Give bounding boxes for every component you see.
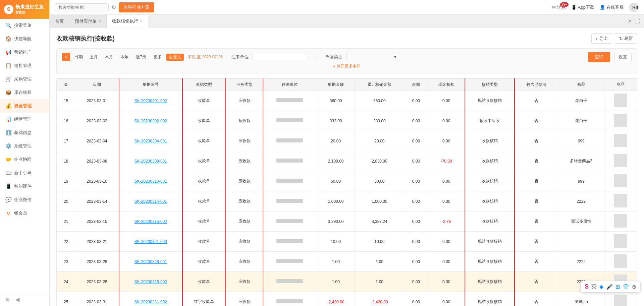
- cell-code[interactable]: SK-20230308-001: [119, 151, 182, 171]
- cell-total-write: 1.00: [355, 252, 404, 272]
- cell-biz: 应收款: [226, 272, 263, 292]
- cell-amount: 1.00: [317, 272, 355, 292]
- settings-icon[interactable]: ⚙: [5, 296, 10, 303]
- cell-amount: 1.00: [317, 252, 355, 272]
- cell-total-write: 20.00: [355, 131, 404, 151]
- message-button[interactable]: ✉ 消息 99+: [552, 4, 566, 10]
- floating-grid-icon[interactable]: ⊞: [615, 284, 620, 290]
- tab-expand-icon[interactable]: ⛶: [635, 18, 640, 24]
- sidebar-item-sales[interactable]: 📋 销售管理: [0, 59, 49, 72]
- app-download-button[interactable]: 📱 App下载: [571, 4, 594, 10]
- cell-balance: 0.00: [404, 191, 428, 211]
- export-icon: ↑: [596, 36, 598, 41]
- filter-last-month[interactable]: 上月: [87, 54, 100, 61]
- sidebar-item-beginner[interactable]: 📖 新手引导: [0, 166, 49, 180]
- sidebar-item-purchase[interactable]: 🛒 采购管理: [0, 72, 49, 86]
- filter-this-year[interactable]: 本年: [118, 54, 131, 61]
- data-table: ⚙ 日期 单据编号 单据类型 业务类型 往来单位 单据金额 累计核销金额 余额 …: [57, 78, 637, 306]
- col-type: 单据类型: [182, 79, 226, 91]
- filter-custom-button[interactable]: 自定义: [166, 54, 184, 61]
- floating-dot-icon[interactable]: ◆: [599, 284, 603, 290]
- cell-total-write: 10.00: [355, 232, 404, 252]
- search-input[interactable]: [55, 3, 109, 11]
- tab-prepay-close[interactable]: ×: [99, 19, 101, 24]
- gear-icon[interactable]: ⚙: [111, 4, 116, 10]
- chevron-down-icon: ▼: [393, 55, 397, 59]
- cell-code[interactable]: SK-20230304-001: [119, 131, 182, 151]
- tab-collection-close[interactable]: ×: [140, 19, 143, 23]
- sidebar-item-sys[interactable]: ⚙️ 系统管理: [0, 139, 49, 153]
- user-avatar[interactable]: Rit: [629, 3, 639, 12]
- tab-home[interactable]: 首页: [50, 15, 69, 28]
- sidebar-item-corp[interactable]: 🤝 企业协同: [0, 153, 49, 166]
- sidebar-item-marketing[interactable]: 📢 营销推广: [0, 46, 49, 59]
- cell-biz: 应收款: [226, 211, 263, 232]
- floating-mic-icon[interactable]: 🎤: [606, 284, 613, 290]
- cell-code[interactable]: SK-20230301-002: [119, 91, 182, 111]
- tab-close-all-icon[interactable]: ✕: [628, 18, 632, 24]
- topbar-left: ⚙ 体验行业方案: [55, 2, 548, 12]
- cell-goods2: [604, 232, 637, 252]
- col-settled: 包含已结清: [515, 79, 558, 91]
- filter-row: » 日期 上月 本月 本年 近7天 更多 自定义 不限 至 2023-07-26…: [62, 52, 632, 62]
- cell-balance: 0.00: [404, 252, 428, 272]
- sidebar-item-capital[interactable]: 💰 资金管理: [0, 99, 49, 113]
- cell-balance: 0.00: [404, 91, 428, 111]
- filter-type-select[interactable]: ▼: [346, 53, 400, 61]
- cell-code[interactable]: SK-20230310-001: [119, 171, 182, 191]
- filter-more[interactable]: 更多: [151, 54, 164, 61]
- col-gear[interactable]: ⚙: [57, 79, 75, 91]
- refresh-icon: ↻: [619, 36, 623, 41]
- sidebar-item-member[interactable]: V 畅会员: [0, 206, 49, 220]
- floating-text-icon[interactable]: 英: [591, 283, 597, 290]
- filter-expand-button[interactable]: »: [62, 53, 70, 61]
- refresh-button[interactable]: ↻ 刷新: [615, 34, 637, 44]
- cell-code[interactable]: SK-20230315-002: [119, 211, 182, 232]
- sidebar-item-basic[interactable]: ℹ️ 基础信息: [0, 126, 49, 139]
- cell-code[interactable]: SK-20230302-002: [119, 111, 182, 131]
- filter-last-7days[interactable]: 近7天: [133, 54, 149, 61]
- industry-solution-button[interactable]: 体验行业方案: [119, 2, 154, 12]
- sidebar-item-inventory[interactable]: 📦 库存核算: [0, 86, 49, 99]
- sidebar-item-quick-nav[interactable]: 🏠 快捷导航: [0, 32, 49, 46]
- tab-collection[interactable]: 收款核销执行 ×: [107, 15, 148, 28]
- sidebar-item-ops[interactable]: 📊 经营管理: [0, 113, 49, 126]
- cell-code[interactable]: SK-20230328-001: [119, 252, 182, 272]
- cell-settled: 否: [515, 191, 558, 211]
- cell-goods1: 老白干: [558, 91, 604, 111]
- cell-num: 25: [57, 292, 75, 306]
- floating-plus-icon[interactable]: ⊕: [632, 284, 636, 290]
- cell-discount: 0.00: [428, 191, 465, 211]
- cell-discount: -2.76: [428, 211, 465, 232]
- filter-partner-input[interactable]: [253, 53, 306, 61]
- settings-button[interactable]: 设置: [614, 52, 632, 62]
- cell-type: 收款单: [182, 272, 226, 292]
- cell-write-type: 现结收款核销: [465, 232, 515, 252]
- cell-code[interactable]: SK-20230321-003: [119, 232, 182, 252]
- filter-this-month[interactable]: 本月: [102, 54, 116, 61]
- member-icon: V: [5, 210, 11, 216]
- sidebar-item-wechat[interactable]: 💬 企业微信: [0, 193, 49, 206]
- cell-partner: [263, 111, 317, 131]
- export-button[interactable]: ↑ 导出: [591, 34, 612, 44]
- query-button[interactable]: 查询: [588, 52, 610, 62]
- floating-shirt-icon[interactable]: 👕: [623, 284, 629, 290]
- cell-partner: [263, 171, 317, 191]
- filter-partner-dots[interactable]: ···: [310, 54, 317, 60]
- cell-code[interactable]: SK-20230328-002: [119, 272, 182, 292]
- cell-write-type: 现结收款核销: [465, 272, 515, 292]
- sidebar-item-label: 采购管理: [14, 76, 32, 82]
- sidebar-item-smart-hw[interactable]: 📱 智能硬件: [0, 180, 49, 193]
- cell-partner: [263, 292, 317, 306]
- expand-more-button[interactable]: ▾ 展开更多条件: [62, 62, 632, 70]
- tab-prepay[interactable]: 预付应付单 ×: [69, 15, 107, 28]
- page-header: 收款核销执行(按收款) ↑ 导出 ↻ 刷新: [56, 34, 637, 44]
- col-amount: 单据金额: [317, 79, 355, 91]
- cell-code[interactable]: SK-20230314-001: [119, 191, 182, 211]
- collapse-icon[interactable]: ◀: [15, 296, 19, 303]
- sidebar-item-search-menu[interactable]: 🔍 搜索菜单: [0, 19, 49, 32]
- online-service-button[interactable]: 👤 在线客服: [600, 4, 624, 10]
- cell-write-type: 现结收款核销: [465, 252, 515, 272]
- cell-code[interactable]: SK-20230331-002: [119, 292, 182, 306]
- sidebar-item-label: 企业协同: [14, 157, 32, 163]
